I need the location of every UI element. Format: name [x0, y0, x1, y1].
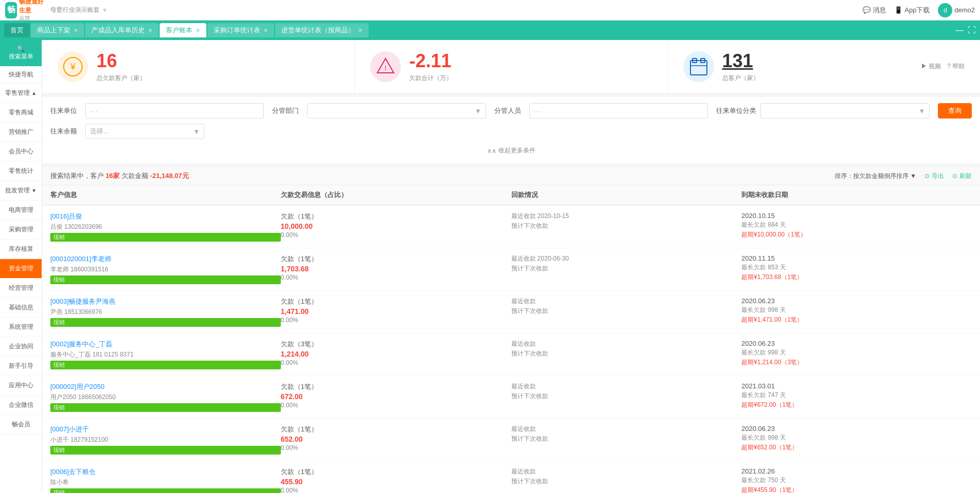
customer-phone: 陈小希 [50, 478, 281, 487]
customer-name-link[interactable]: [0002]服务中心_丁磊 [50, 340, 281, 349]
customer-name-link[interactable]: [0007]小进千 [50, 425, 281, 434]
refresh-button[interactable]: ⊙ 刷新 [952, 172, 972, 181]
due-date: 2020.10.15 [741, 212, 972, 220]
overdue-amount-link[interactable]: 超期¥10,000.00（1笔） [741, 230, 972, 239]
sidebar-item-batch-mgmt[interactable]: 批发管理 ▼ [0, 181, 42, 201]
due-info: 2020.06.23 最长欠款 998 天 超期¥1,214.00（3笔） [741, 340, 972, 367]
sidebar-item-enterprise-collab[interactable]: 企业协同 [0, 337, 42, 357]
tab-home[interactable]: 首页 [4, 23, 30, 37]
customer-name-link[interactable]: [0003]畅捷服务尹海燕 [50, 297, 281, 306]
close-icon[interactable]: ✕ [263, 27, 268, 34]
customer-tag: 现销 [50, 233, 281, 242]
stat-label-total-customers: 总客户（家） [722, 74, 759, 83]
collapse-button[interactable]: ∧∧ 收起更多条件 [487, 146, 535, 155]
customer-name-link[interactable]: [000002]用户2050 [50, 382, 281, 391]
customer-name-link[interactable]: [0001020001]李老师 [50, 254, 281, 264]
customer-phone: 小进千 18279152100 [50, 436, 281, 444]
help-btn[interactable]: ? 帮助 [947, 62, 965, 71]
table-row: [000002]用户2050 用户2050 18665062050 现销 欠款（… [42, 376, 980, 419]
filter-area: 往来单位 ··· 分管部门 ▼ 分管人员 [42, 97, 980, 163]
tab-purchase-order[interactable]: 采购订单统计表 ✕ [207, 23, 274, 37]
overdue-amount-link[interactable]: 超期¥1,703.68（1笔） [741, 273, 972, 282]
debt-amount: 10,000.00 [281, 222, 511, 230]
debt-percent: 0.00% [281, 231, 511, 239]
sidebar-item-retail-stats[interactable]: 零售统计 [0, 162, 42, 181]
filter-input-category[interactable]: ▼ [760, 103, 930, 119]
customer-info: [0016]吕俊 吕俊 13026203696 现销 [50, 212, 281, 242]
tab-inbound-stats[interactable]: 进货单统计表（按商品） ✕ [275, 23, 369, 37]
close-icon[interactable]: ✕ [73, 27, 78, 34]
sidebar-item-basic-info[interactable]: 基础信息 [0, 298, 42, 318]
sort-label[interactable]: 排序：按欠款金额倒序排序 ▼ [835, 172, 916, 181]
col-header-due: 到期未收款日期 [741, 190, 972, 200]
filter-input-dept[interactable]: ▼ [307, 103, 486, 119]
filter-input-balance[interactable]: 选择... ▼ [85, 124, 204, 139]
tab-customer-account[interactable]: 客户账本 ✕ [160, 23, 206, 37]
sidebar-item-retail-mgmt[interactable]: 零售管理 ▲ [0, 84, 42, 103]
filter-label-manager: 分管人员 [494, 106, 525, 115]
recovery-next: 预计下次收款 [511, 264, 742, 273]
customer-name-link[interactable]: [0006]去下粮仓 [50, 467, 281, 477]
sidebar-item-operations[interactable]: 经营管理 [0, 279, 42, 298]
customer-info: [0003]畅捷服务尹海燕 尹燕 18513066976 现销 [50, 297, 281, 327]
stat-icon-debt: ! [370, 51, 401, 82]
filter-item-category: 往来单位分类 ▼ [716, 103, 930, 119]
customer-info: [0001020001]李老师 李老师 18600391516 现销 [50, 254, 281, 284]
due-info: 2020.06.23 最长欠款 998 天 超期¥1,471.00（1笔） [741, 297, 972, 324]
recovery-date: 最近收款 2020-06-30 [511, 254, 742, 263]
close-icon[interactable]: ✕ [196, 27, 200, 34]
debt-count: 欠款（1笔） [281, 212, 511, 221]
view-video-btn[interactable]: ▶ 视频 [921, 62, 941, 71]
customer-phone: 服务中心_丁磊 181 0125 8371 [50, 350, 281, 359]
debt-percent: 0.00% [281, 402, 511, 409]
due-date: 2020.11.15 [741, 254, 972, 262]
sidebar-item-finance[interactable]: 资金管理 [0, 259, 42, 279]
maximize-icon[interactable]: ⛶ [968, 26, 976, 35]
export-button[interactable]: ⊙ 导出 [925, 172, 944, 181]
filter-input-manager[interactable]: ··· [529, 103, 708, 119]
overdue-amount-link[interactable]: 超期¥652.00（1笔） [741, 443, 972, 452]
sidebar-item-purchase[interactable]: 采购管理 [0, 220, 42, 240]
sidebar-search-menu[interactable]: 🔍 搜索菜单 [0, 40, 42, 66]
overdue-amount-link[interactable]: 超期¥672.00（1笔） [741, 401, 972, 409]
sidebar-item-app-center[interactable]: 应用中心 [0, 376, 42, 396]
minimize-icon[interactable]: — [955, 26, 964, 35]
filter-item-balance: 往来余额 选择... ▼ [50, 124, 204, 139]
sidebar-item-vip-member[interactable]: 畅会员 [0, 415, 42, 435]
sidebar-quick-nav[interactable]: 快捷导航 [0, 66, 42, 84]
sidebar-item-inventory[interactable]: 库存核算 [0, 240, 42, 259]
overdue-amount-link[interactable]: 超期¥455.90（1笔） [741, 486, 972, 493]
sidebar-item-member[interactable]: 会员中心 [0, 142, 42, 162]
top-bar: 畅 畅捷通好生意 示范 母婴行业演示账套 ▼ 💬 消息 📱 App下载 d de… [0, 0, 980, 21]
svg-text:!: ! [385, 64, 387, 72]
app-download-btn[interactable]: 📱 App下载 [894, 6, 930, 15]
chevron-down-icon: ▼ [475, 107, 482, 115]
sidebar-item-retail-store[interactable]: 零售商城 [0, 103, 42, 123]
sidebar-item-enterprise-wx[interactable]: 企业微信 [0, 396, 42, 415]
tab-product-offshelf[interactable]: 商品上下架 ✕ [31, 23, 84, 37]
messages-btn[interactable]: 💬 消息 [862, 6, 886, 15]
chevron-down-icon: ▼ [193, 128, 200, 135]
stat-number-total-customers: 131 [722, 50, 759, 72]
overdue-amount-link[interactable]: 超期¥1,471.00（1笔） [741, 315, 972, 324]
collapse-row: ∧∧ 收起更多条件 [50, 144, 972, 157]
user-menu[interactable]: d demo2 [938, 3, 975, 17]
filter-input-counterpart[interactable]: ··· [85, 103, 264, 119]
sidebar-item-new-guide[interactable]: 新手引导 [0, 357, 42, 376]
overdue-amount-link[interactable]: 超期¥1,214.00（3笔） [741, 358, 972, 367]
customer-info: [0002]服务中心_丁磊 服务中心_丁磊 181 0125 8371 现销 [50, 340, 281, 369]
search-button[interactable]: 查询 [938, 103, 972, 119]
recovery-date: 最近收款 [511, 382, 742, 391]
sidebar-item-ecommerce[interactable]: 电商管理 [0, 201, 42, 220]
debt-info: 欠款（1笔） 1,471.00 0.00% [281, 297, 511, 324]
sidebar-item-marketing[interactable]: 营销推广 [0, 123, 42, 142]
stat-card-debt-total: ! -2.11 欠款合计（万） [355, 40, 667, 93]
close-icon[interactable]: ✕ [148, 27, 152, 34]
recovery-date: 最近收款 [511, 425, 742, 433]
debt-count: 欠款（1笔） [281, 254, 511, 264]
customer-name-link[interactable]: [0016]吕俊 [50, 212, 281, 221]
tab-prod-inbound[interactable]: 产成品入库单历史 ✕ [85, 23, 159, 37]
close-icon[interactable]: ✕ [358, 27, 362, 34]
sidebar-item-system[interactable]: 系统管理 [0, 318, 42, 337]
stat-label-debt-total: 欠款合计（万） [409, 74, 452, 83]
